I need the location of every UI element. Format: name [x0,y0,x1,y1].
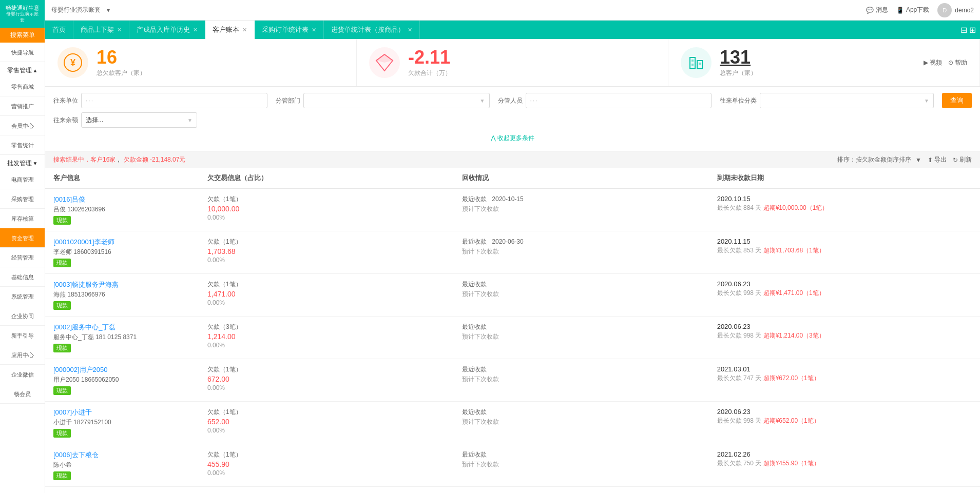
user-menu[interactable]: D demo2 [937,3,974,17]
overdue-link[interactable]: 超期¥672.00（1笔） [763,374,820,382]
customer-name-link[interactable]: [0002]服务中心_丁磊 [53,323,207,332]
customer-name-link[interactable]: [0007]小进千 [53,408,207,417]
customer-tag: 现款 [53,259,71,267]
overdue-link[interactable]: 超期¥1,214.00（3笔） [763,332,825,339]
sidebar-item-purchase-mgmt[interactable]: 采购管理 [0,189,45,209]
filter-row-1: 往来单位 ··· 分管部门 ▼ 分管人员 ··· [53,93,972,108]
customer-name-link[interactable]: [000002]用户2050 [53,365,207,374]
close-icon[interactable]: ✕ [117,27,122,33]
help-button[interactable]: ⊙ 帮助 [948,58,967,67]
maximize-icon[interactable]: ⊞ [969,25,976,35]
tab-purchase-order[interactable]: 采购订单统计表 ✕ [255,21,324,39]
app-download-button[interactable]: 📱 App下载 [896,6,929,14]
export-button[interactable]: ⬆ 导出 [928,155,947,164]
customer-info-cell: [0001020001]李老师 李老师 18600391516 现款 [53,238,207,267]
sidebar-item-marketing[interactable]: 营销推广 [0,96,45,116]
results-bar: 搜索结果中，客户16家， 欠款金额 -21,148.07元 排序：按欠款金额倒序… [45,151,980,168]
tab-home[interactable]: 首页 [45,21,73,39]
customer-info-cell: [0007]小进千 小进千 18279152100 现款 [53,408,207,438]
overdue-amount-value: -2.11 [408,48,451,67]
sidebar-item-ecom-mgmt[interactable]: 电商管理 [0,170,45,189]
dept-select[interactable]: ▼ [303,93,490,108]
tab-product-history[interactable]: 产成品入库单历史 ✕ [129,21,205,39]
chevron-down-icon: ▼ [915,156,921,164]
overdue-link[interactable]: 超期¥652.00（1笔） [763,417,820,424]
close-icon[interactable]: ✕ [312,27,316,33]
sidebar-item-sys-mgmt[interactable]: 系统管理 [0,287,45,306]
results-text: 搜索结果中，客户16家， 欠款金额 -21,148.07元 [53,155,185,164]
message-button[interactable]: 💬 消息 [866,6,888,14]
customer-name-link[interactable]: [0016]吕俊 [53,195,207,204]
close-icon[interactable]: ✕ [193,27,198,33]
video-button[interactable]: ▶ 视频 [924,58,942,67]
balance-type-label: 往来余额 [53,116,78,125]
person-input[interactable]: ··· [526,93,712,108]
customer-phone: 陈小希 [53,461,207,469]
customer-info-cell: [0002]服务中心_丁磊 服务中心_丁磊 181 0125 8371 现款 [53,323,207,352]
sidebar-item-corp-collab[interactable]: 企业协同 [0,306,45,326]
balance-type-select[interactable]: 选择... ▼ [81,112,197,128]
search-menu-button[interactable]: 搜索菜单 [0,28,45,43]
table-header: 客户信息 欠交易信息（占比） 回收情况 到期未收款日期 [45,168,980,189]
collection-cell: 最近收款 预计下次收款 [462,280,717,299]
chevron-down-icon: ▲ [33,68,38,73]
customer-tag: 现款 [53,386,71,395]
sidebar-item-biz-mgmt[interactable]: 经营管理 [0,248,45,267]
avatar: D [937,3,952,17]
sidebar-item-member[interactable]: 会员中心 [0,116,45,135]
sort-select[interactable]: 排序：按欠款金额倒序排序 ▼ [837,155,921,164]
customer-name-link[interactable]: [0003]畅捷服务尹海燕 [53,280,207,289]
from-unit-input[interactable]: ··· [81,93,267,108]
filter-from-unit: 往来单位 ··· [53,93,267,108]
tab-customer-account[interactable]: 客户账本 ✕ [205,21,255,39]
table-row: [000001]黄思源 黄思源 13552700226 现款 欠款（1笔） 42… [45,487,980,493]
minimize-icon[interactable]: ⊟ [960,25,967,35]
sidebar-item-inventory[interactable]: 库存核算 [0,209,45,228]
query-button[interactable]: 查询 [942,93,972,108]
table-row: [0007]小进千 小进千 18279152100 现款 欠款（1笔） 652.… [45,402,980,444]
chevron-up-icon: ⋀ [491,134,496,142]
customer-name-link[interactable]: [0001020001]李老师 [53,238,207,247]
help-icon: ⊙ [948,59,953,66]
unit-category-select[interactable]: ▼ [760,93,934,108]
video-icon: ▶ [924,59,928,66]
customer-name-link[interactable]: [0006]去下粮仓 [53,450,207,460]
tab-inbound-stat[interactable]: 进货单统计表（按商品） ✕ [324,21,420,39]
sidebar-item-retail-mgmt[interactable]: 零售管理 ▲ [0,62,45,77]
stat-overdue-info: 16 总欠款客户（家） [97,48,146,77]
sidebar-item-finance[interactable]: 资金管理 [0,228,45,248]
overdue-link[interactable]: 超期¥10,000.00（1笔） [763,204,829,211]
overdue-link[interactable]: 超期¥1,471.00（1笔） [763,289,825,297]
overdue-link[interactable]: 超期¥1,703.68（1笔） [763,247,825,254]
customer-info-cell: [0003]畅捷服务尹海燕 海燕 18513066976 现款 [53,280,207,310]
sidebar-item-retail-mall[interactable]: 零售商城 [0,77,45,96]
filter-toggle-button[interactable]: ⋀ 收起更多条件 [53,132,972,145]
chevron-down-icon: ▼ [480,98,485,104]
sidebar-item-new-guide[interactable]: 新手引导 [0,326,45,345]
refresh-icon: ↻ [953,156,958,164]
overdue-link[interactable]: 超期¥455.90（1笔） [763,460,820,467]
col-due-date: 到期未收款日期 [717,173,972,183]
sidebar-item-app-center[interactable]: 应用中心 [0,345,45,365]
debt-info-cell: 欠款（1笔） 10,000.00 0.00% [207,195,462,221]
stats-row: ¥ 16 总欠款客户（家） -2.11 欠款合计（万） [45,39,980,87]
sidebar-item-retail-stat[interactable]: 零售统计 [0,135,45,155]
chevron-down-icon: ▼ [924,98,929,104]
close-icon[interactable]: ✕ [408,27,412,33]
close-icon[interactable]: ✕ [242,27,247,33]
stat-overdue-customers: ¥ 16 总欠款客户（家） [45,39,357,86]
stat-total-info: 131 总客户（家） [720,48,757,77]
tab-product-online[interactable]: 商品上下架 ✕ [73,21,129,39]
refresh-button[interactable]: ↻ 刷新 [953,155,972,164]
sidebar-item-quick-nav[interactable]: 快捷导航 [0,43,45,62]
sidebar-item-batch-mgmt[interactable]: 批发管理 ▼ [0,155,45,170]
customer-phone: 用户2050 18665062050 [53,376,207,384]
sidebar-item-corp-wechat[interactable]: 企业微信 [0,365,45,384]
diamond-icon [369,47,400,78]
due-date-cell: 2020.11.15 最长欠款 853 天 超期¥1,703.68（1笔） [717,238,972,255]
sidebar-item-basic-info[interactable]: 基础信息 [0,267,45,287]
stat-total-customers: 131 总客户（家） ▶ 视频 ⊙ 帮助 [668,39,980,86]
total-customers-value: 131 [720,48,757,67]
sidebar-item-vip-member[interactable]: 畅会员 [0,384,45,404]
debt-info-cell: 欠款（1笔） 1,471.00 0.00% [207,280,462,306]
